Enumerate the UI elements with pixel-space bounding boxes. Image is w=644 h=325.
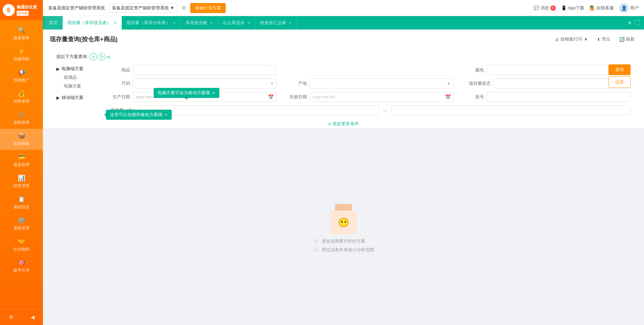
service-icon: 💁 xyxy=(590,5,595,10)
settings-bottom-btn[interactable]: ⚙ xyxy=(6,313,16,322)
maximize-btn[interactable]: ⛶ xyxy=(635,20,640,26)
sidebar-item-finance[interactable]: 💳 资金管理 xyxy=(0,150,43,171)
page-actions: 🖨 按模板打印 ▼ ⬆ 导出 🔄 刷新 xyxy=(552,35,637,44)
sidebar-item-system[interactable]: ⚙️ 系统管理 xyxy=(0,213,43,234)
setting-btn[interactable]: 设置 xyxy=(608,76,631,88)
message-badge: 6 xyxy=(550,5,556,11)
prod-date-label: 生产日期 xyxy=(110,94,130,100)
collapse-sidebar-btn[interactable]: ◀ xyxy=(28,313,37,322)
scheme-group-mobile-header[interactable]: ▶ 移动端方案 xyxy=(56,93,103,102)
filter-row-2: 尺码 ▼ 产地 ▼ xyxy=(110,78,631,89)
sidebar-item-marketing[interactable]: 📢 营销推广 xyxy=(0,65,43,87)
tab-inventory-summary[interactable]: 收发存汇总表 ✕ xyxy=(255,16,297,30)
purchase-icon: 🛒 xyxy=(18,111,25,118)
main-area: 装备及固定资产辅助管理系统 装备及固定资产辅助管理系统 ▼ ⚙ 体验行业方案 💬… xyxy=(43,0,644,325)
gear-icon[interactable]: ⚙ xyxy=(181,5,186,11)
phone-icon: 📱 xyxy=(561,5,567,10)
refresh-scheme-btn[interactable]: ↻ xyxy=(98,53,106,60)
empty-icon-top xyxy=(335,204,352,211)
filter-field-goods: 商品 ··· xyxy=(110,65,277,75)
quick-icon: ⚡ xyxy=(18,48,25,55)
tooltip1-close-btn[interactable]: ✕ xyxy=(212,91,215,95)
sidebar-item-enterprise[interactable]: 🤝 企业协同 xyxy=(0,234,43,256)
page-title-row: 现存量查询(按仓库+商品) 🖨 按模板打印 ▼ ⬆ 导出 🔄 刷新 xyxy=(50,35,637,44)
page-title: 现存量查询(按仓库+商品) xyxy=(50,35,118,43)
sidebar-item-quick[interactable]: ⚡ 快捷导航 xyxy=(0,44,43,65)
back-btn[interactable]: « xyxy=(107,53,110,60)
sidebar-item-search[interactable]: 🔍 搜索菜单 xyxy=(0,23,43,44)
empty-hints: ① 请先选择要分析的方案 ② 用过滤条件来缩小分析范围 xyxy=(313,238,374,253)
user-avatar-area[interactable]: 👤 用户 xyxy=(619,3,639,13)
tab-home[interactable]: 首页 xyxy=(44,16,63,30)
stock-qty-min-input[interactable] xyxy=(140,105,379,115)
empty-icon: 😶 xyxy=(327,201,360,234)
tab-close-inventory-summary[interactable]: ✕ xyxy=(289,21,292,25)
online-service-btn[interactable]: 💁 在线客服 xyxy=(590,5,614,11)
filter-field-batch: 批号 xyxy=(464,92,631,102)
industry-btn[interactable]: 体验行业方案 xyxy=(190,3,226,13)
empty-hint-2: ② 用过滤条件来缩小分析范围 xyxy=(313,247,374,253)
tab-inventory-batch[interactable]: 库存批次账 ✕ xyxy=(181,16,218,30)
size-label: 尺码 xyxy=(110,80,130,87)
scheme-group-desktop: ▶ 电脑端方案 按调品 电脑方案 xyxy=(56,64,103,91)
system-dropdown[interactable]: 装备及固定资产辅助管理系统 ▼ xyxy=(109,3,177,13)
app-download-btn[interactable]: 📱 App下载 xyxy=(561,5,584,11)
tab-close-inventory-flow[interactable]: ✕ xyxy=(247,21,250,25)
expire-date-input[interactable]: yyyy-mm-dd 📅 xyxy=(310,92,453,102)
empty-icon-box: 😶 xyxy=(330,211,357,234)
sidebar: 6 畅通好生意 标准版 🔍 搜索菜单 ⚡ 快捷导航 📢 营销推广 💰 销售管理 … xyxy=(0,0,43,325)
sidebar-nav: 🔍 搜索菜单 ⚡ 快捷导航 📢 营销推广 💰 销售管理 🛒 采购管理 📦 库存核… xyxy=(0,20,43,309)
stock-qty-max-input[interactable] xyxy=(391,105,631,115)
tab-inventory-flow[interactable]: 出入库流水 ✕ xyxy=(218,16,255,30)
sidebar-item-operation[interactable]: 📊 经营管理 xyxy=(0,171,43,192)
expire-date-calendar-icon[interactable]: 📅 xyxy=(445,94,451,100)
color-label: 颜色 xyxy=(464,67,484,73)
marketing-icon: 📢 xyxy=(18,69,25,76)
expire-date-label: 失效日期 xyxy=(287,94,307,100)
filter-header: 按以下方案查询 + ↻ « xyxy=(56,53,631,60)
origin-select[interactable]: ▼ xyxy=(310,78,453,89)
refresh-icon: 🔄 xyxy=(619,37,625,42)
tooltip-scheme-edit: 这里可以创建和修改方案哦 ✕ xyxy=(106,110,172,120)
filter-section: 按以下方案查询 + ↻ « ▶ 电脑端方案 按调品 xyxy=(50,48,637,128)
size-select[interactable]: ▼ xyxy=(133,78,277,89)
export-icon: ⬆ xyxy=(597,37,600,42)
scheme-item-调品[interactable]: 按调品 xyxy=(56,73,103,82)
export-btn[interactable]: ⬆ 导出 xyxy=(594,35,613,44)
scheme-group-desktop-header[interactable]: ▶ 电脑端方案 xyxy=(56,64,103,73)
batch-input[interactable] xyxy=(487,92,631,102)
scheme-group-mobile: ▶ 移动端方案 xyxy=(56,93,103,102)
filter-row-4: 现存量（主） — xyxy=(110,105,631,118)
enterprise-icon: 🤝 xyxy=(18,238,25,245)
scheme-item-电脑方案[interactable]: 电脑方案 xyxy=(56,82,103,91)
sidebar-item-purchase[interactable]: 🛒 采购管理 xyxy=(0,108,43,129)
scheme-panel: ▶ 电脑端方案 按调品 电脑方案 ▶ 移动端方案 xyxy=(56,64,103,105)
sidebar-item-guide[interactable]: 🎯 新手引导 xyxy=(0,256,43,277)
tab-inventory-status[interactable]: 现存量（库存状况表） ✕ xyxy=(63,16,122,30)
tooltip-scheme-mobile: 电脑方案可设为移动方案哦 ✕ xyxy=(154,88,219,98)
sidebar-item-sales[interactable]: 💰 销售管理 xyxy=(0,87,43,108)
system-title: 装备及固定资产辅助管理系统 xyxy=(48,5,105,11)
sidebar-item-inventory[interactable]: 📦 库存核算 xyxy=(0,129,43,150)
filter-field-expire-date: 失效日期 yyyy-mm-dd 📅 xyxy=(287,92,453,102)
query-btn[interactable]: 查询 xyxy=(608,64,631,75)
prod-date-calendar-icon[interactable]: 📅 xyxy=(268,94,274,100)
refresh-btn[interactable]: 🔄 刷新 xyxy=(616,35,637,44)
sidebar-bottom: ⚙ ◀ xyxy=(0,309,43,325)
add-scheme-btn[interactable]: + xyxy=(90,53,97,60)
topbar: 装备及固定资产辅助管理系统 装备及固定资产辅助管理系统 ▼ ⚙ 体验行业方案 💬… xyxy=(43,0,644,16)
tooltip2-close-btn[interactable]: ✕ xyxy=(164,112,168,117)
stock-status-label: 现存量状态 xyxy=(464,80,491,87)
logo-text: 畅通好生意 标准版 xyxy=(17,4,37,16)
tab-close-inventory-batch[interactable]: ✕ xyxy=(210,21,213,25)
batch-label: 批号 xyxy=(464,94,484,100)
sales-icon: 💰 xyxy=(18,90,25,97)
print-btn[interactable]: 🖨 按模板打印 ▼ xyxy=(552,35,591,44)
sidebar-item-basic[interactable]: 📋 基础信息 xyxy=(0,192,43,213)
tab-close-inventory-status[interactable]: ✕ xyxy=(114,21,117,25)
tab-inventory-dist[interactable]: 现存量（库存分布表） ✕ xyxy=(122,16,181,30)
goods-input[interactable]: ··· xyxy=(133,65,277,75)
tab-close-inventory-dist[interactable]: ✕ xyxy=(173,21,176,25)
message-btn[interactable]: 💬 消息 6 xyxy=(534,5,556,11)
close-all-tabs-btn[interactable]: ✕ xyxy=(628,20,632,26)
